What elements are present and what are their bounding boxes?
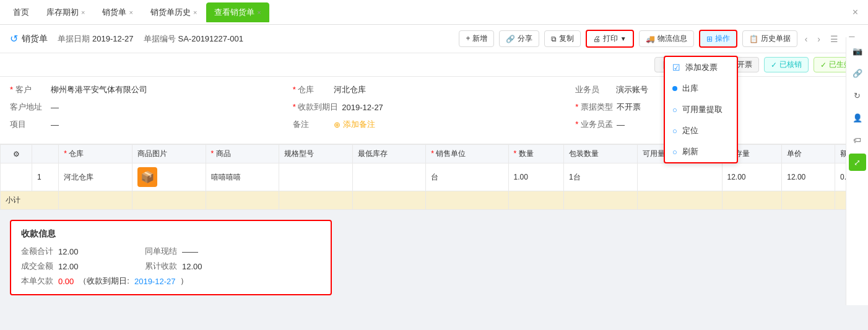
tab-sales-order-close[interactable]: × [129, 9, 132, 16]
sidebar-link-icon[interactable]: 🔗 [849, 64, 866, 82]
tab-bar: 首页 库存期初 × 销货单 × 销货单历史 × 查看销货单 × × [0, 0, 868, 25]
owe-note-end: ） [180, 276, 188, 287]
date-label: 单据日期 [58, 33, 90, 45]
subtotal-c4 [132, 191, 206, 210]
check1-icon: ✓ [771, 61, 777, 69]
menu-item-available-fetch[interactable]: ○ 可用量提取 [665, 99, 737, 120]
radio-dot [672, 86, 677, 91]
col-product-img: 商品图片 [132, 145, 206, 163]
sidebar-user-icon[interactable]: 👤 [849, 109, 866, 126]
window-close-button[interactable]: × [848, 7, 863, 18]
deal-amount-value: 12.00 [58, 262, 79, 271]
date-value: 2019-12-27 [92, 34, 134, 43]
copy-button[interactable]: ⧉ 复制 [544, 30, 581, 47]
operate-button[interactable]: ⊞ 操作 [699, 30, 737, 48]
print-icon: 🖨 [593, 35, 601, 43]
col-price: 单价 [782, 145, 835, 163]
row-pack-qty-cell: 1台 [564, 163, 638, 191]
tab-inventory-init-close[interactable]: × [81, 9, 85, 16]
col-pack-qty: 包装数量 [564, 145, 638, 163]
address-value: — [51, 103, 59, 112]
subtotal-c9 [508, 191, 563, 210]
doc-date-field: 单据日期 2019-12-27 [58, 33, 134, 45]
row-product-cell: 嘻嘻嘻嘻 [206, 163, 279, 191]
doc-icon: ↺ [10, 33, 18, 45]
owe-date: 2019-12-27 [134, 277, 176, 286]
subtotal-c6 [279, 191, 353, 210]
product-image: 📦 [137, 167, 157, 187]
sidebar-tag-icon[interactable]: 🏷 [849, 131, 866, 149]
sidebar-expand-icon[interactable]: ⤢ [849, 154, 866, 171]
share-button[interactable]: 🔗 分享 [499, 30, 539, 47]
deal-amount-label: 成交金额 [21, 261, 53, 272]
row-num-cell: 1 [32, 163, 59, 191]
same-order-label: 同单现结 [145, 246, 177, 257]
payment-info-box: 收款信息 金额合计 12.00 同单现结 —— 成交金额 12.00 累计收款 … [10, 220, 332, 295]
row-warehouse-cell: 河北仓库 [59, 163, 132, 191]
tab-sales-order[interactable]: 销货单 × [94, 2, 141, 22]
nav-next-button[interactable]: › [815, 34, 823, 44]
number-value: SA-20191227-001 [178, 34, 244, 43]
doc-number-field: 单据编号 SA-20191227-001 [144, 33, 244, 45]
new-button[interactable]: + 新增 [459, 30, 493, 47]
locate-radio-icon: ○ [672, 126, 677, 136]
deal-amount-row: 成交金额 12.00 [21, 261, 145, 272]
history-button[interactable]: 📋 历史单据 [742, 30, 797, 47]
owe-value: 0.00 [58, 277, 74, 286]
subtotal-c5 [206, 191, 279, 210]
view-list-button[interactable]: ☰ [828, 34, 841, 44]
nav-prev-button[interactable]: ‹ [802, 34, 810, 44]
payment-date-field: 收款到期日 2019-12-27 [293, 102, 576, 113]
tab-view-sales[interactable]: 查看销货单 × [206, 2, 269, 22]
plus-icon: ⊕ [334, 120, 341, 129]
customer-label: 客户 [10, 84, 47, 95]
subtotal-c11 [637, 191, 722, 210]
tab-sales-history-close[interactable]: × [193, 9, 197, 16]
menu-item-locate[interactable]: ○ 定位 [665, 120, 737, 141]
subtotal-row: 小计 [1, 191, 868, 210]
cumulative-row: 累计收款 12.00 [145, 261, 269, 272]
row-available-cell [637, 163, 722, 191]
sidebar-refresh-icon[interactable]: ↻ [849, 87, 866, 104]
menu-item-add-invoice[interactable]: ☑ 添加发票 [665, 57, 737, 78]
payment-grid: 金额合计 12.00 同单现结 —— 成交金额 12.00 累计收款 12.00… [21, 246, 321, 287]
row-stock-cell: 12.00 [722, 163, 782, 191]
sidebar-camera-icon[interactable]: 📷 [849, 42, 866, 59]
tab-inventory-init[interactable]: 库存期初 × [38, 2, 93, 22]
address-field: 客户地址 — [10, 102, 293, 113]
total-value: 12.00 [58, 247, 79, 256]
address-label: 客户地址 [10, 102, 47, 113]
logistics-button[interactable]: 🚚 物流信息 [639, 30, 694, 47]
same-order-value: —— [182, 247, 198, 256]
print-dropdown-arrow[interactable]: ▼ [620, 35, 627, 42]
warehouse-value: 河北仓库 [334, 84, 366, 95]
check2-icon: ✓ [820, 61, 827, 69]
menu-item-outbound[interactable]: 出库 [665, 78, 737, 99]
payment-title: 收款信息 [21, 228, 321, 240]
history-icon: 📋 [749, 35, 758, 43]
add-note-button[interactable]: ⊕ 添加备注 [334, 119, 375, 130]
note-field: 备注 ⊕ 添加备注 [293, 119, 576, 130]
document-title: ↺ 销货单 [10, 33, 48, 45]
project-label: 项目 [10, 119, 47, 130]
tab-view-sales-close[interactable]: × [257, 9, 261, 16]
payment-date-value: 2019-12-27 [342, 103, 383, 112]
circle-radio-icon: ○ [672, 105, 677, 115]
salesperson-label: 业务员 [575, 84, 612, 95]
col-gear[interactable]: ⚙ [1, 145, 32, 163]
owe-label: 本单欠款 [21, 276, 53, 287]
warehouse-field: 仓库 河北仓库 [293, 84, 576, 95]
tab-sales-history[interactable]: 销货单历史 × [142, 2, 205, 22]
right-sidebar: 📷 🔗 ↻ 👤 🏷 ⤢ [846, 37, 868, 305]
project-value: — [51, 120, 59, 129]
row-unit-cell: 台 [426, 163, 508, 191]
customer-field: 客户 柳州粤港平安气体有限公司 [10, 84, 293, 95]
check1-button[interactable]: ✓ 已核销 [764, 57, 809, 72]
ticket-type-label: 票据类型 [575, 102, 613, 113]
copy-icon: ⧉ [551, 35, 557, 43]
document-header: ↺ 销货单 单据日期 2019-12-27 单据编号 SA-20191227-0… [0, 25, 868, 53]
print-button[interactable]: 🖨 打印 ▼ [586, 30, 634, 48]
subtotal-c8 [426, 191, 508, 210]
tab-home[interactable]: 首页 [5, 2, 37, 22]
menu-item-refresh[interactable]: ○ 刷新 [665, 141, 737, 162]
